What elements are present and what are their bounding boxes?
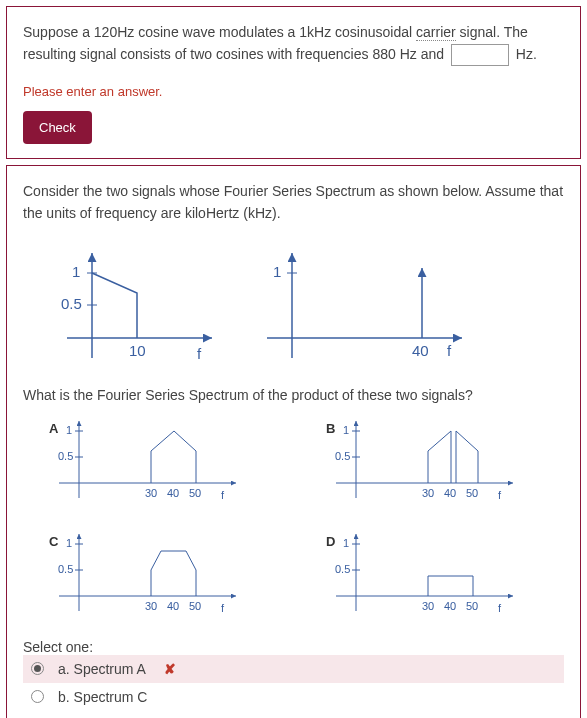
option-plot-C: C 1 0.5 30 40 50 f: [41, 526, 251, 621]
q1-prefix: Suppose a 120Hz cosine wave modulates a …: [23, 24, 416, 40]
svg-text:1: 1: [343, 424, 349, 436]
svg-text:f: f: [447, 342, 452, 359]
answer-input[interactable]: [451, 44, 509, 66]
q2-mid-question: What is the Fourier Series Spectrum of t…: [23, 387, 564, 403]
input-spectrum-2: 1 40 f: [257, 243, 477, 373]
question-2-card: Consider the two signals whose Fourier S…: [6, 165, 581, 718]
question-1-card: Suppose a 120Hz cosine wave modulates a …: [6, 6, 581, 159]
svg-text:40: 40: [444, 487, 456, 499]
check-button[interactable]: Check: [23, 111, 92, 144]
svg-text:50: 50: [466, 487, 478, 499]
wrong-icon: ✘: [164, 661, 176, 677]
svg-text:30: 30: [145, 600, 157, 612]
svg-text:40: 40: [167, 487, 179, 499]
svg-text:40: 40: [412, 342, 429, 359]
svg-text:f: f: [197, 345, 202, 362]
options-grid: A 1 0.5 30 40 50 f B 1 0.5 30 40 50 f: [41, 413, 564, 621]
svg-text:B: B: [326, 421, 335, 436]
svg-text:0.5: 0.5: [335, 563, 350, 575]
svg-text:1: 1: [66, 537, 72, 549]
svg-text:50: 50: [189, 600, 201, 612]
q1-text: Suppose a 120Hz cosine wave modulates a …: [23, 21, 564, 66]
svg-text:f: f: [498, 602, 502, 614]
svg-text:40: 40: [167, 600, 179, 612]
svg-text:30: 30: [422, 600, 434, 612]
input-plots-row: 1 0.5 10 f 1 40 f: [47, 243, 564, 373]
svg-text:50: 50: [189, 487, 201, 499]
svg-text:1: 1: [273, 263, 281, 280]
option-plot-D: D 1 0.5 30 40 50 f: [318, 526, 528, 621]
svg-text:50: 50: [466, 600, 478, 612]
svg-text:10: 10: [129, 342, 146, 359]
svg-text:0.5: 0.5: [58, 450, 73, 462]
svg-text:1: 1: [66, 424, 72, 436]
svg-text:0.5: 0.5: [61, 295, 82, 312]
svg-text:C: C: [49, 534, 59, 549]
svg-text:A: A: [49, 421, 59, 436]
svg-text:0.5: 0.5: [58, 563, 73, 575]
option-a-label: a. Spectrum A: [58, 661, 146, 677]
svg-text:f: f: [498, 489, 502, 501]
option-plot-A: A 1 0.5 30 40 50 f: [41, 413, 251, 508]
option-c-row[interactable]: c. Spectrum D: [23, 711, 564, 718]
option-plot-B: B 1 0.5 30 40 50 f: [318, 413, 528, 508]
svg-text:f: f: [221, 489, 225, 501]
option-a-row[interactable]: a. Spectrum A ✘: [23, 655, 564, 683]
radio-a[interactable]: [31, 662, 44, 675]
svg-text:D: D: [326, 534, 335, 549]
option-b-row[interactable]: b. Spectrum C: [23, 683, 564, 711]
svg-text:30: 30: [145, 487, 157, 499]
svg-text:1: 1: [72, 263, 80, 280]
input-spectrum-1: 1 0.5 10 f: [47, 243, 227, 373]
error-message: Please enter an answer.: [23, 84, 564, 99]
option-b-label: b. Spectrum C: [58, 689, 147, 705]
q1-suffix: Hz.: [512, 46, 537, 62]
svg-text:30: 30: [422, 487, 434, 499]
svg-text:f: f: [221, 602, 225, 614]
svg-text:40: 40: [444, 600, 456, 612]
q2-intro: Consider the two signals whose Fourier S…: [23, 180, 564, 225]
radio-b[interactable]: [31, 690, 44, 703]
select-one-label: Select one:: [23, 639, 564, 655]
svg-text:0.5: 0.5: [335, 450, 350, 462]
svg-text:1: 1: [343, 537, 349, 549]
q1-dotted-word: carrier: [416, 24, 456, 41]
